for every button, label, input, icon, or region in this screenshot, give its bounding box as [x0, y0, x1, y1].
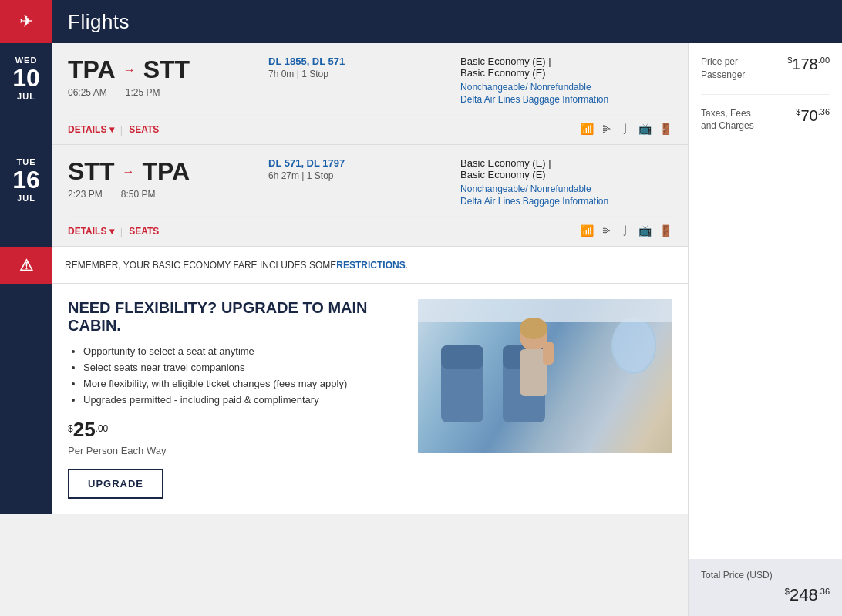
price-per-passenger: Price per Passenger $178.00 — [701, 56, 830, 95]
per-passenger-cents: .00 — [818, 56, 830, 65]
flight1-arrive: 1:25 PM — [126, 87, 160, 98]
upgrade-section: NEED FLEXIBILITY? UPGRADE TO MAIN CABIN.… — [0, 284, 688, 514]
per-passenger-amount: $178.00 — [787, 56, 830, 73]
upgrade-price-row: $25.00 — [68, 418, 402, 442]
content-area: WED 10 JUL TPA → STT — [0, 43, 842, 616]
power2-icon: ⼅ — [620, 224, 631, 238]
seat-icon: 🚪 — [659, 123, 672, 136]
flight2-numbers: DL 571, DL 1797 — [268, 157, 445, 169]
flight1-seats-button[interactable]: SEATS — [129, 124, 159, 135]
upgrade-text: NEED FLEXIBILITY? UPGRADE TO MAIN CABIN.… — [68, 299, 418, 499]
header-icon: ✈ — [0, 0, 52, 43]
page-title: Flights — [68, 10, 130, 34]
flight1-depart: 06:25 AM — [68, 87, 107, 98]
total-label: Total Price (USD) — [701, 570, 830, 581]
wifi-icon: 📶 — [581, 123, 594, 136]
alert-icon-col: ⚠ — [0, 247, 52, 284]
flight1-section: WED 10 JUL TPA → STT — [0, 43, 688, 145]
flight1-arrow: → — [123, 63, 136, 77]
svg-point-0 — [612, 318, 655, 373]
upgrade-content: NEED FLEXIBILITY? UPGRADE TO MAIN CABIN.… — [52, 284, 688, 514]
flight1-duration: 7h 0m | 1 Stop — [268, 69, 445, 79]
upgrade-inner: NEED FLEXIBILITY? UPGRADE TO MAIN CABIN.… — [52, 284, 688, 514]
notice-end: . — [406, 260, 408, 271]
notice-content: REMEMBER, YOUR BASIC ECONOMY FARE INCLUD… — [52, 247, 688, 284]
flight1-content: TPA → STT 06:25 AM 1:25 PM — [52, 43, 688, 145]
total-dollars: 248 — [790, 585, 818, 604]
flight2-content: STT → TPA 2:23 PM 8:50 PM DL 57 — [52, 145, 688, 247]
total-cents: .36 — [818, 587, 830, 596]
flight2-depart: 2:23 PM — [68, 189, 103, 200]
flight2-details: DL 571, DL 1797 6h 27m | 1 Stop — [245, 157, 445, 181]
flight1-date: WED 10 JUL — [0, 43, 52, 145]
flight2-arrow: → — [122, 165, 134, 179]
per-passenger-dollars: 178 — [792, 56, 817, 72]
upgrade-price-cents: .00 — [96, 423, 109, 434]
flight1-fare: Basic Economy (E) | Basic Economy (E) No… — [445, 56, 672, 105]
svg-rect-3 — [441, 345, 483, 369]
flight2-fare1: Basic Economy (E) | — [460, 157, 672, 169]
flight1-route: TPA → STT 06:25 AM 1:25 PM — [68, 56, 245, 98]
power-icon: ⼅ — [620, 123, 631, 136]
usb-icon: ⫸ — [601, 123, 612, 136]
taxes-dollars: 70 — [800, 107, 817, 124]
seat-illustration — [418, 299, 672, 453]
flight2-seats-button[interactable]: SEATS — [129, 226, 159, 237]
flight2-airports: STT → TPA — [68, 157, 245, 186]
flight1-policy-link[interactable]: Nonchangeable/ Nonrefundable — [460, 82, 672, 93]
flight1-month: JUL — [0, 92, 52, 101]
upgrade-price-super: $ — [68, 423, 73, 434]
upgrade-bullet-3: More flexibility, with eligible ticket c… — [83, 378, 402, 389]
flight1-dest: STT — [143, 56, 190, 84]
price-taxes: Taxes, Fees and Charges $70.36 — [701, 107, 830, 133]
flight2-duration: 6h 27m | 1 Stop — [268, 170, 445, 181]
notice-link[interactable]: RESTRICTIONS — [336, 260, 405, 271]
taxes-amount: $70.36 — [796, 107, 830, 125]
flight2-date: TUE 16 JUL — [0, 145, 52, 247]
flight2-dest: TPA — [142, 157, 190, 186]
flight1-details-button[interactable]: DETAILS ▾ — [68, 124, 114, 135]
flight2-day-number: 16 — [0, 167, 52, 194]
upgrade-bullet-4: Upgrades permitted - including paid & co… — [83, 394, 402, 406]
flight2-origin: STT — [68, 157, 114, 186]
price-sidebar: Price per Passenger $178.00 Taxes, Fees … — [688, 43, 842, 616]
upgrade-price-dollars: 25 — [73, 418, 96, 441]
airplane-icon: ✈ — [19, 12, 33, 32]
wifi2-icon: 📶 — [581, 224, 594, 238]
flight1-details: DL 1855, DL 571 7h 0m | 1 Stop — [245, 56, 445, 79]
alert-icon: ⚠ — [19, 256, 33, 274]
flight2-amenities: 📶 ⫸ ⼅ 📺 🚪 — [581, 224, 672, 238]
flight1-fare1: Basic Economy (E) | — [460, 56, 672, 67]
flight2-sep: | — [120, 226, 123, 237]
seat2-icon: 🚪 — [659, 224, 672, 238]
flight2-details-button[interactable]: DETAILS ▾ — [68, 226, 114, 237]
flight2-baggage-link[interactable]: Delta Air Lines Baggage Information — [460, 196, 672, 207]
upgrade-bullets: Opportunity to select a seat at anytime … — [68, 345, 402, 406]
flight1-baggage-link[interactable]: Delta Air Lines Baggage Information — [460, 94, 672, 105]
flight2-card: STT → TPA 2:23 PM 8:50 PM DL 57 — [52, 145, 688, 247]
svg-rect-1 — [418, 299, 672, 322]
flights-panel: WED 10 JUL TPA → STT — [0, 43, 688, 616]
flight1-sep: | — [120, 124, 123, 136]
taxes-label: Taxes, Fees and Charges — [701, 107, 763, 133]
upgrade-per-person: Per Person Each Way — [68, 445, 402, 456]
flight1-origin: TPA — [68, 56, 116, 84]
flight2-fare2: Basic Economy (E) — [460, 169, 672, 180]
upgrade-button[interactable]: UPGRADE — [68, 469, 163, 499]
flight2-fare: Basic Economy (E) | Basic Economy (E) No… — [445, 157, 672, 207]
taxes-cents: .36 — [818, 107, 830, 116]
flight2-section: TUE 16 JUL STT → TPA — [0, 145, 688, 247]
flight2-month: JUL — [0, 194, 52, 203]
flight1-fare2: Basic Economy (E) — [460, 67, 672, 79]
header: ✈ Flights — [0, 0, 842, 43]
app-container: ✈ Flights WED 10 JUL — [0, 0, 842, 616]
notice-bar: ⚠ REMEMBER, YOUR BASIC ECONOMY FARE INCL… — [0, 247, 688, 284]
total-amount: $248.36 — [701, 585, 830, 605]
flight1-times: 06:25 AM 1:25 PM — [68, 87, 245, 98]
upgrade-bullet-2: Select seats near travel companions — [83, 362, 402, 373]
upgrade-sidebar-space — [0, 284, 52, 514]
price-total: Total Price (USD) $248.36 — [689, 559, 842, 616]
upgrade-bullet-1: Opportunity to select a seat at anytime — [83, 345, 402, 357]
flight2-policy-link[interactable]: Nonchangeable/ Nonrefundable — [460, 183, 672, 194]
flight1-numbers: DL 1855, DL 571 — [268, 56, 445, 67]
